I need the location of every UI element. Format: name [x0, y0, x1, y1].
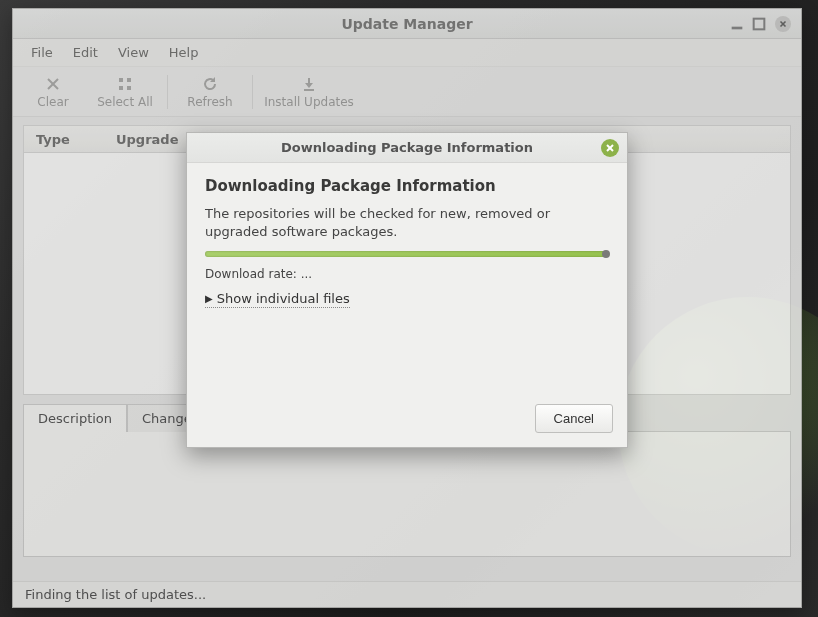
- dialog-titlebar: Downloading Package Information: [187, 133, 627, 163]
- menu-file[interactable]: File: [23, 41, 61, 64]
- svg-rect-7: [127, 78, 131, 82]
- maximize-icon: [751, 16, 767, 32]
- select-all-button[interactable]: Select All: [89, 75, 161, 109]
- dialog-message: The repositories will be checked for new…: [205, 205, 609, 241]
- menu-edit[interactable]: Edit: [65, 41, 106, 64]
- svg-rect-6: [119, 78, 123, 82]
- select-all-icon: [116, 75, 134, 93]
- clear-label: Clear: [37, 95, 68, 109]
- refresh-button[interactable]: Refresh: [174, 75, 246, 109]
- chevron-right-icon: ▶: [205, 293, 213, 304]
- dialog-body: Downloading Package Information The repo…: [187, 163, 627, 394]
- toolbar-separator-1: [167, 75, 168, 109]
- svg-marker-11: [305, 83, 313, 88]
- col-upgrade[interactable]: Upgrade: [116, 132, 186, 147]
- close-icon: [778, 19, 788, 29]
- install-updates-button[interactable]: Install Updates: [259, 75, 359, 109]
- dialog-heading: Downloading Package Information: [205, 177, 609, 195]
- download-dialog: Downloading Package Information Download…: [186, 132, 628, 448]
- svg-rect-1: [754, 19, 765, 30]
- status-text: Finding the list of updates...: [25, 587, 206, 602]
- download-rate: Download rate: ...: [205, 267, 609, 281]
- toolbar: Clear Select All Refresh Install Updates: [13, 67, 801, 117]
- col-type[interactable]: Type: [36, 132, 86, 147]
- refresh-icon: [201, 75, 219, 93]
- select-all-label: Select All: [97, 95, 153, 109]
- install-icon: [300, 75, 318, 93]
- refresh-label: Refresh: [187, 95, 232, 109]
- maximize-button[interactable]: [751, 16, 767, 32]
- tab-panel: [23, 431, 791, 557]
- titlebar: Update Manager: [13, 9, 801, 39]
- progress-bar: [205, 251, 609, 257]
- window-title: Update Manager: [341, 16, 472, 32]
- tab-description[interactable]: Description: [23, 404, 127, 432]
- expander-label: Show individual files: [217, 291, 350, 306]
- clear-button[interactable]: Clear: [17, 75, 89, 109]
- menu-bar: File Edit View Help: [13, 39, 801, 67]
- svg-rect-9: [127, 86, 131, 90]
- dialog-close-button[interactable]: [601, 139, 619, 157]
- cancel-button[interactable]: Cancel: [535, 404, 613, 433]
- toolbar-separator-2: [252, 75, 253, 109]
- status-bar: Finding the list of updates...: [13, 581, 801, 607]
- install-label: Install Updates: [264, 95, 354, 109]
- show-individual-files-expander[interactable]: ▶ Show individual files: [205, 291, 350, 308]
- minimize-icon: [729, 16, 745, 32]
- dialog-title: Downloading Package Information: [281, 140, 533, 155]
- progress-cap: [602, 250, 610, 258]
- clear-icon: [44, 75, 62, 93]
- menu-help[interactable]: Help: [161, 41, 207, 64]
- window-close-button[interactable]: [775, 16, 791, 32]
- svg-rect-8: [119, 86, 123, 90]
- menu-view[interactable]: View: [110, 41, 157, 64]
- minimize-button[interactable]: [729, 16, 745, 32]
- dialog-actions: Cancel: [187, 394, 627, 447]
- close-icon: [605, 143, 615, 153]
